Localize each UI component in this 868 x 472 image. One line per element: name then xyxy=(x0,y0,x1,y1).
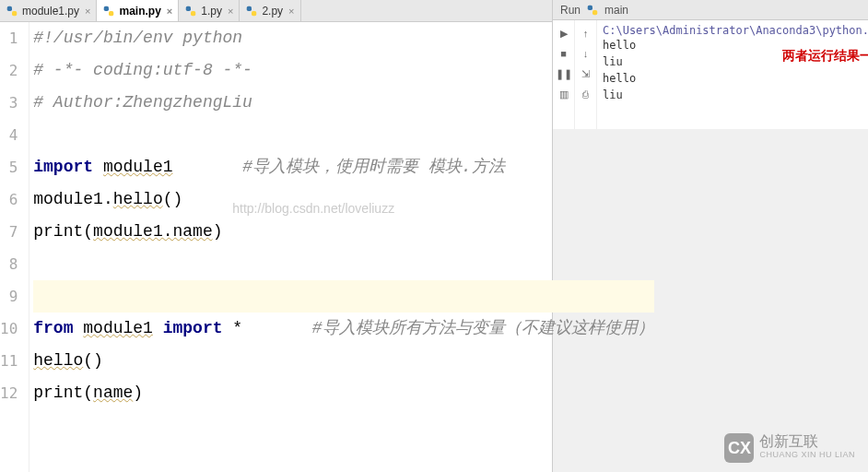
keyword: import xyxy=(153,319,232,337)
tab-label: module1.py xyxy=(22,5,79,18)
down-icon[interactable]: ↓ xyxy=(579,46,593,61)
identifier: module1. xyxy=(33,190,112,208)
tab-2[interactable]: 2.py × xyxy=(240,0,300,21)
brand-cn: 创新互联 xyxy=(759,435,855,448)
call: print( xyxy=(33,222,93,241)
python-file-icon xyxy=(184,5,197,18)
comment: #!/usr/bin/env python xyxy=(33,29,242,47)
svg-rect-2 xyxy=(104,6,109,10)
star: * xyxy=(232,319,242,337)
python-file-icon xyxy=(245,5,258,18)
svg-rect-4 xyxy=(186,6,191,10)
editor-tabs: module1.py × main.py × 1.py × xyxy=(0,0,552,22)
pause-icon[interactable]: ❚❚ xyxy=(557,66,571,81)
tab-label: 2.py xyxy=(262,5,283,18)
watermark: http://blog.csdn.net/loveliuzz xyxy=(232,193,394,225)
comment: # Author:ZhengzhengLiu xyxy=(33,93,252,112)
run-tool-title: Run main xyxy=(553,0,868,20)
output-line: liu xyxy=(603,87,868,103)
editor-body: 1 2 3 4 5 6 7 8 9 10 11 12 #!/usr/bin/en… xyxy=(0,22,552,472)
run-body: ▶ ■ ❚❚ ▥ ↑ ↓ ⇲ ⎙ C:\Users\Administrator\… xyxy=(553,20,868,129)
line-number: 5 xyxy=(0,151,18,183)
call: hello xyxy=(113,190,163,208)
export-icon[interactable]: ⇲ xyxy=(579,66,593,81)
line-number: 4 xyxy=(0,119,18,151)
print-icon[interactable]: ⎙ xyxy=(579,87,593,101)
line-number: 10 xyxy=(0,313,18,345)
identifier: module1.name xyxy=(93,222,213,241)
paren: () xyxy=(83,351,103,370)
call: hello xyxy=(33,351,83,370)
comment: # -*- coding:utf-8 -*- xyxy=(33,61,252,79)
python-file-icon xyxy=(102,5,115,18)
line-number: 9 xyxy=(0,280,18,313)
brand-watermark: CX 创新互联 CHUANG XIN HU LIAN xyxy=(724,433,855,463)
line-number: 1 xyxy=(0,22,18,54)
svg-rect-0 xyxy=(7,6,12,10)
run-pane: Run main ▶ ■ ❚❚ ▥ ↑ ↓ ⇲ ⎙ C:\Users\Admin… xyxy=(553,0,868,129)
line-number: 8 xyxy=(0,248,18,280)
svg-rect-9 xyxy=(592,10,597,15)
output-line: hello xyxy=(603,70,868,87)
keyword: from xyxy=(33,319,83,337)
tab-label: main.py xyxy=(119,5,160,18)
up-icon[interactable]: ↑ xyxy=(579,26,593,41)
close-icon[interactable]: × xyxy=(85,6,90,17)
comment: #导入模块，使用时需要 模块.方法 xyxy=(173,158,505,176)
tab-1[interactable]: 1.py × xyxy=(179,0,240,21)
brand-logo: CX xyxy=(724,433,754,463)
comment: #导入模块所有方法与变量（不建议这样使用） xyxy=(242,319,653,337)
run-toolbar-left: ▶ ■ ❚❚ ▥ xyxy=(553,20,575,129)
line-number-gutter: 1 2 3 4 5 6 7 8 9 10 11 12 xyxy=(0,22,29,472)
run-config-name: main xyxy=(604,4,628,17)
line-number: 11 xyxy=(0,345,18,377)
tab-main[interactable]: main.py × xyxy=(97,0,179,21)
line-number: 7 xyxy=(0,216,18,248)
line-number: 6 xyxy=(0,183,18,216)
close-icon[interactable]: × xyxy=(288,6,294,17)
line-number: 12 xyxy=(0,377,18,409)
paren: ) xyxy=(213,222,223,241)
line-number: 2 xyxy=(0,54,18,87)
brand-pinyin: CHUANG XIN HU LIAN xyxy=(759,448,855,461)
stop-icon[interactable]: ■ xyxy=(557,46,571,61)
run-output[interactable]: C:\Users\Administrator\Anaconda3\python.… xyxy=(597,20,868,129)
close-icon[interactable]: × xyxy=(228,6,233,17)
close-icon[interactable]: × xyxy=(167,6,172,17)
svg-rect-7 xyxy=(252,11,256,16)
run-title-prefix: Run xyxy=(560,4,581,17)
identifier: module1 xyxy=(83,319,153,337)
svg-rect-5 xyxy=(191,11,195,16)
svg-rect-3 xyxy=(109,11,113,16)
svg-rect-1 xyxy=(12,11,17,16)
run-icon[interactable]: ▶ xyxy=(557,26,571,41)
python-file-icon xyxy=(586,4,599,17)
line-number: 3 xyxy=(0,87,18,119)
identifier: name xyxy=(93,384,133,402)
tab-label: 1.py xyxy=(201,5,222,18)
tab-module1[interactable]: module1.py × xyxy=(0,0,97,21)
annotation: 两者运行结果一致 xyxy=(782,48,868,65)
paren: ) xyxy=(133,384,143,402)
svg-rect-6 xyxy=(247,6,252,10)
interpreter-path: C:\Users\Administrator\Anaconda3\python.… xyxy=(603,24,868,37)
svg-rect-8 xyxy=(588,5,592,9)
call: print( xyxy=(33,384,93,402)
identifier: module1 xyxy=(103,158,173,176)
python-file-icon xyxy=(6,5,18,18)
keyword: import xyxy=(33,158,103,176)
run-toolbar-right: ↑ ↓ ⇲ ⎙ xyxy=(575,20,597,129)
editor-pane: module1.py × main.py × 1.py × xyxy=(0,0,553,472)
layout-icon[interactable]: ▥ xyxy=(557,87,571,101)
paren: () xyxy=(163,190,183,208)
